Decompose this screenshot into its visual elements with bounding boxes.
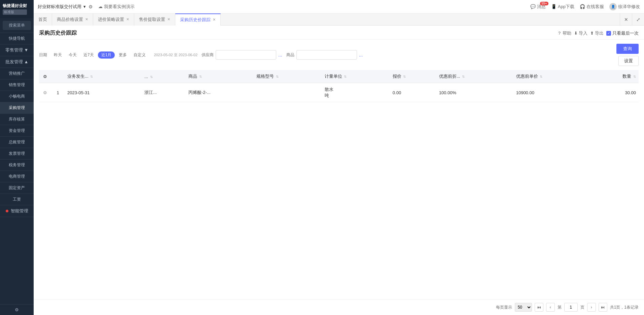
pagination-first-btn[interactable]: ⏮: [535, 303, 543, 312]
tab-close-goods-price[interactable]: ✕: [85, 18, 88, 21]
goods-dots[interactable]: ...: [359, 52, 363, 58]
tab-close-purchase-strategy[interactable]: ✕: [126, 18, 129, 21]
user-label: 徐泽华修改: [618, 4, 640, 10]
row-no: 1: [51, 83, 65, 102]
data-table: ⚙ 业务发生... ⇅ ... ⇅: [39, 70, 639, 102]
search-menu-button[interactable]: 搜索菜单: [3, 21, 31, 30]
user-avatar: 👤: [609, 3, 617, 10]
col-header-goods: 商品 ⇅: [186, 70, 254, 83]
topbar-app-btn[interactable]: 📱 App下载: [551, 4, 574, 10]
sort-price-icon[interactable]: ⇅: [403, 75, 406, 78]
tab-purchase-strategy[interactable]: 进价策略设置 ✕: [93, 13, 134, 26]
pagination-page-input[interactable]: [564, 303, 578, 312]
date-btn-yesterday[interactable]: 昨天: [51, 51, 65, 59]
date-btn-more[interactable]: 更多: [116, 51, 130, 59]
topbar-msg-btn[interactable]: 💬 消息 99+: [530, 4, 546, 10]
help-button[interactable]: ？ 帮助: [557, 30, 571, 36]
topbar-service-btn[interactable]: 🎧 在线客服: [580, 4, 604, 10]
topbar-gear-icon[interactable]: ⚙: [88, 4, 93, 9]
tab-close-purchase-history[interactable]: ✕: [213, 18, 216, 22]
sidebar-item-fixed-assets[interactable]: 固定资产: [0, 182, 34, 194]
app-logo-badge: 标准版: [3, 9, 27, 15]
query-button[interactable]: 查询: [616, 44, 639, 54]
headset-icon: 🎧: [580, 4, 585, 9]
sort-discount-icon[interactable]: ⇅: [462, 75, 465, 78]
demo-cloud-icon: ☁: [98, 4, 103, 9]
row-unit-2: 吨: [325, 93, 387, 99]
sidebar-bottom: ⚙: [0, 304, 34, 315]
date-btn-today[interactable]: 今天: [66, 51, 79, 59]
tab-home[interactable]: 首页: [34, 13, 52, 26]
sidebar-item-wholesale[interactable]: 批发管理 ▲: [0, 56, 34, 68]
col-header-gear: ⚙: [39, 70, 51, 83]
supplier-label: 供应商: [202, 52, 214, 58]
sidebar-item-ecommerce-small[interactable]: 小畅电商: [0, 91, 34, 102]
sort-date-icon[interactable]: ⇅: [90, 75, 93, 78]
pagination-page-suffix: 页: [580, 305, 584, 310]
sidebar-gear-button[interactable]: ⚙: [3, 307, 31, 312]
row-unit: 散水 吨: [322, 83, 390, 102]
only-last-checkbox[interactable]: ✓: [606, 31, 611, 36]
table-gear-icon[interactable]: ⚙: [43, 74, 47, 79]
supplier-input[interactable]: [216, 50, 276, 60]
col-header-discount: 优惠前折... ⇅: [436, 70, 513, 83]
table-container: ⚙ 业务发生... ⇅ ... ⇅: [34, 70, 644, 299]
sidebar-item-retail[interactable]: 零售管理 ▼: [0, 44, 34, 56]
sidebar-item-marketing[interactable]: 营销推广: [0, 68, 34, 79]
sidebar-item-payroll[interactable]: 工资: [0, 194, 34, 205]
goods-input[interactable]: [296, 50, 357, 60]
topbar-demo-btn[interactable]: ☁ 我要看实例演示: [98, 4, 135, 10]
sort-unit-icon[interactable]: ⇅: [344, 75, 347, 78]
date-btn-1month[interactable]: 近1月: [98, 51, 115, 59]
tab-bar: 首页 商品价格设置 ✕ 进价策略设置 ✕ 售价提取设置 ✕ 采购历史价跟踪 ✕ …: [34, 13, 644, 26]
sidebar-item-ai-mgmt[interactable]: 智能管理: [0, 205, 34, 217]
sidebar-item-ecommerce[interactable]: 电商管理: [0, 171, 34, 182]
date-options: 昨天 今天 近7天 近1月 更多 自定义: [51, 51, 148, 59]
sidebar-item-purchase[interactable]: 采购管理: [0, 102, 34, 114]
sidebar-search-area: 搜索菜单: [0, 18, 34, 33]
col-header-price: 报价 ⇅: [390, 70, 436, 83]
msg-badge: 99+: [540, 2, 548, 5]
sidebar-item-tax[interactable]: 税务管理: [0, 160, 34, 171]
export-button[interactable]: ⬆ 导出: [590, 30, 604, 36]
sort-quantity-icon[interactable]: ⇅: [633, 75, 636, 78]
dot-indicator-icon: [6, 210, 8, 212]
row-gear-icon[interactable]: ⚙: [39, 83, 51, 102]
supplier-dots[interactable]: ...: [278, 52, 282, 58]
sidebar-quick-nav[interactable]: 快捷导航: [0, 33, 34, 44]
sort-goods-icon[interactable]: ⇅: [199, 75, 202, 78]
topbar-user-btn[interactable]: 👤 徐泽华修改: [609, 3, 640, 10]
sidebar-item-ledger[interactable]: 总账管理: [0, 137, 34, 148]
import-button[interactable]: ⬇ 导入: [574, 30, 587, 36]
tab-maximize-btn[interactable]: ⤢: [632, 13, 644, 26]
settings-button[interactable]: 设置: [618, 56, 639, 66]
col-header-extra: ... ⇅: [142, 70, 186, 83]
per-page-select[interactable]: 50 20 100: [515, 303, 532, 312]
date-btn-custom[interactable]: 自定义: [131, 51, 148, 59]
tab-close-price-extract[interactable]: ✕: [167, 18, 170, 21]
sort-spec-icon[interactable]: ⇅: [276, 75, 279, 78]
sidebar-item-sales[interactable]: 销售管理: [0, 79, 34, 91]
sidebar: 畅捷通好业财 标准版 搜索菜单 快捷导航 零售管理 ▼ 批发管理 ▲ 营销推广 …: [0, 0, 34, 315]
filter-right-actions: 查询 设置: [616, 44, 639, 66]
sidebar-item-inventory[interactable]: 库存核算: [0, 114, 34, 125]
only-last-checkbox-label[interactable]: ✓ 只看最后一次: [606, 30, 639, 36]
tab-goods-price[interactable]: 商品价格设置 ✕: [52, 13, 93, 26]
tab-purchase-history[interactable]: 采购历史价跟踪 ✕: [175, 13, 221, 26]
sort-extra-icon[interactable]: ⇅: [150, 75, 153, 79]
sidebar-item-invoice[interactable]: 发票管理: [0, 148, 34, 160]
row-extra: 浙江...: [142, 83, 186, 102]
sort-pre-price-icon[interactable]: ⇅: [540, 75, 542, 78]
tab-close-btn[interactable]: ✕: [620, 13, 632, 26]
app-icon: 📱: [551, 4, 557, 9]
goods-filter: 商品 ...: [286, 50, 363, 60]
date-btn-7days[interactable]: 近7天: [81, 51, 97, 59]
msg-icon: 💬: [530, 4, 536, 9]
pagination-prev-btn[interactable]: ‹: [546, 303, 555, 312]
version-dropdown-icon[interactable]: ▾: [83, 4, 86, 9]
sidebar-item-finance[interactable]: 资金管理: [0, 125, 34, 137]
pagination-next-btn[interactable]: ›: [587, 303, 596, 312]
tab-price-extract[interactable]: 售价提取设置 ✕: [134, 13, 175, 26]
pagination-last-btn[interactable]: ⏭: [599, 303, 607, 312]
row-quantity: 30.00: [592, 83, 639, 102]
